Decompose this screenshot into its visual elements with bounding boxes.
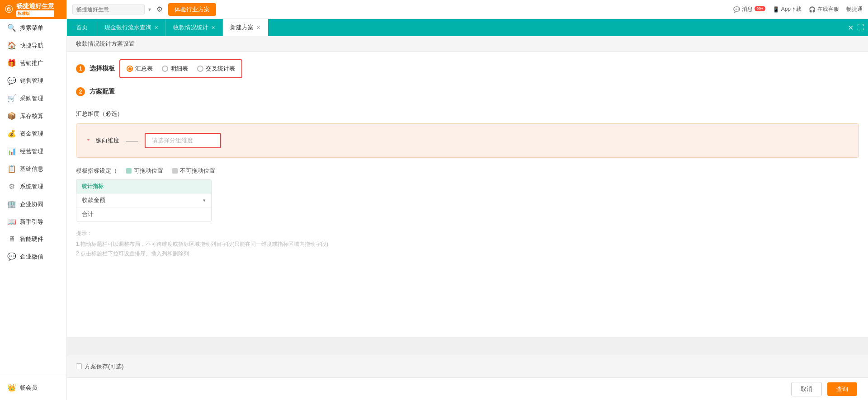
settings-icon[interactable]: ⚙ (156, 5, 163, 14)
drag-dot-inactive (172, 168, 178, 174)
draggable-label: 可拖动位置 (134, 167, 163, 175)
save-option-wrapper[interactable]: 方案保存(可选) (76, 362, 124, 371)
sidebar-item-label: 销售管理 (20, 77, 43, 85)
step1-header: 1 选择模板 汇总表 明细表 (76, 59, 859, 78)
chart-icon: 📊 (7, 147, 16, 155)
sidebar-item-search[interactable]: 🔍 搜索菜单 (0, 19, 66, 37)
tab-new-plan[interactable]: 新建方案 ✕ (223, 19, 268, 36)
sidebar-item-label: 搜索菜单 (20, 24, 43, 32)
tab-new-plan-close[interactable]: ✕ (256, 25, 260, 31)
chevron-down-icon[interactable]: ▾ (148, 6, 151, 13)
gift-icon: 🎁 (7, 59, 16, 67)
amount-dropdown-icon[interactable]: ▾ (203, 198, 206, 203)
tab-expand-icon[interactable]: ⛶ (857, 24, 864, 32)
sidebar-item-sales[interactable]: 💬 销售管理 (0, 72, 66, 89)
sidebar-item-label: 基础信息 (20, 165, 43, 173)
main-content: ▾ ⚙ 体验行业方案 💬 消息 99+ 📱 App下载 🎧 在线客服 畅捷通 (67, 0, 868, 400)
page-content: 1 选择模板 汇总表 明细表 (67, 52, 868, 355)
non-draggable-indicator: 不可拖动位置 (172, 167, 215, 175)
sidebar-logo-text: 畅捷通好生意 (16, 2, 54, 10)
tab-collection-label: 收款情况统计 (173, 24, 208, 32)
tab-collection[interactable]: 收款情况统计 ✕ (166, 19, 223, 36)
page-body: 1 选择模板 汇总表 明细表 (67, 52, 868, 337)
sidebar-item-system[interactable]: ⚙ 系统管理 (0, 178, 66, 195)
sidebar-item-basic[interactable]: 📋 基础信息 (0, 160, 66, 178)
sidebar-bottom: 👑 畅会员 (0, 375, 66, 400)
tip-item-1: 1.拖动标题栏可以调整布局，不可跨维度或指标区域拖动列目字段(只能在同一维度或指… (76, 240, 859, 249)
tab-cashflow-label: 现金银行流水查询 (104, 24, 151, 32)
sidebar-item-finance[interactable]: 💰 资金管理 (0, 125, 66, 142)
sidebar-item-label: 新手引导 (20, 218, 43, 226)
sidebar-item-guide[interactable]: 📖 新手引导 (0, 213, 66, 231)
user-name-item[interactable]: 畅捷通 (846, 5, 863, 13)
radio-summary[interactable]: 汇总表 (127, 65, 153, 73)
sidebar-item-purchase[interactable]: 🛒 采购管理 (0, 89, 66, 107)
notifications-label: 消息 (742, 5, 753, 13)
metrics-setting-label: 模板指标设定（ (76, 167, 117, 175)
step1-title: 选择模板 (90, 65, 115, 73)
query-button[interactable]: 查询 (827, 382, 857, 396)
online-service-label: 在线客服 (817, 5, 839, 13)
online-service-item[interactable]: 🎧 在线客服 (809, 5, 839, 13)
sidebar-item-label: 企业微信 (20, 253, 43, 261)
sidebar-item-quick-nav[interactable]: 🏠 快捷导航 (0, 37, 66, 54)
radio-detail[interactable]: 明细表 (162, 65, 188, 73)
sidebar-item-enterprise[interactable]: 🏢 企业协同 (0, 195, 66, 213)
cancel-button[interactable]: 取消 (791, 382, 822, 396)
app-download-item[interactable]: 📱 App下载 (773, 5, 802, 13)
tip-title: 提示： (76, 229, 859, 239)
tip-item-2: 2.点击标题栏下拉可设置排序、插入列和删除列 (76, 249, 859, 259)
tab-close-all-icon[interactable]: ✕ (848, 24, 854, 32)
sidebar-item-wechat[interactable]: 💬 企业微信 (0, 248, 66, 265)
radio-detail-circle (162, 66, 168, 72)
save-option-checkbox[interactable] (76, 363, 82, 369)
required-mark: * (87, 137, 90, 144)
metrics-row-total: 合计 (76, 207, 211, 221)
breadcrumb-input[interactable] (72, 5, 145, 14)
sidebar-item-label: 企业协同 (20, 200, 43, 208)
sidebar-item-marketing[interactable]: 🎁 营销推广 (0, 54, 66, 72)
sidebar-item-label: 营销推广 (20, 59, 43, 67)
dimension-placeholder: 请选择分组维度 (152, 137, 193, 144)
trial-button[interactable]: 体验行业方案 (168, 3, 216, 16)
sidebar-item-operations[interactable]: 📊 经营管理 (0, 142, 66, 160)
metrics-amount-label: 收款金额 (82, 196, 105, 204)
radio-cross-label: 交叉统计表 (206, 65, 235, 73)
step2-badge: 2 (76, 87, 85, 96)
box-icon: 📦 (7, 112, 16, 120)
metrics-total-label: 合计 (82, 210, 94, 218)
tab-cashflow-close[interactable]: ✕ (154, 25, 158, 31)
tab-new-plan-label: 新建方案 (230, 24, 254, 32)
sidebar-logo: ⑥ 畅捷通好生意 标准版 (0, 0, 66, 19)
notifications-item[interactable]: 💬 消息 99+ (733, 5, 765, 13)
wechat-icon: 💬 (7, 252, 16, 261)
radio-summary-circle (127, 66, 133, 72)
sidebar-item-inventory[interactable]: 📦 库存核算 (0, 107, 66, 125)
radio-cross-circle (197, 66, 203, 72)
metrics-table-header: 统计指标 (76, 180, 211, 193)
metrics-setting-header: 模板指标设定（ 可拖动位置 不可拖动位置 (76, 167, 859, 175)
tab-home[interactable]: 首页 (67, 19, 97, 36)
sidebar-item-member[interactable]: 👑 畅会员 (0, 379, 66, 396)
monitor-icon: 🖥 (7, 235, 16, 243)
metrics-row-amount[interactable]: 收款金额 ▾ (76, 193, 211, 207)
sidebar: ⑥ 畅捷通好生意 标准版 🔍 搜索菜单 🏠 快捷导航 🎁 营销推广 💬 销售管理… (0, 0, 67, 400)
user-label: 畅捷通 (846, 5, 863, 13)
cart-icon: 🛒 (7, 94, 16, 103)
sidebar-item-hardware[interactable]: 🖥 智能硬件 (0, 231, 66, 248)
radio-summary-label: 汇总表 (135, 65, 153, 73)
save-option-label: 方案保存(可选) (85, 362, 124, 371)
tab-bar: 首页 现金银行流水查询 ✕ 收款情况统计 ✕ 新建方案 ✕ ✕ ⛶ (67, 19, 868, 36)
tab-cashflow[interactable]: 现金银行流水查询 ✕ (97, 19, 166, 36)
top-header: ▾ ⚙ 体验行业方案 💬 消息 99+ 📱 App下载 🎧 在线客服 畅捷通 (67, 0, 868, 19)
sidebar-item-label: 经营管理 (20, 147, 43, 155)
tab-collection-close[interactable]: ✕ (211, 25, 215, 31)
money-icon: 💰 (7, 129, 16, 138)
radio-cross[interactable]: 交叉统计表 (197, 65, 235, 73)
metrics-section: 模板指标设定（ 可拖动位置 不可拖动位置 (76, 167, 859, 221)
service-icon: 🎧 (809, 6, 816, 13)
config-area: 汇总维度（必选） * 纵向维度 —— 请选择分组维度 (76, 103, 859, 266)
step2-section: 2 方案配置 汇总维度（必选） * 纵向维度 —— 请选 (76, 87, 859, 266)
dimension-selector[interactable]: 请选择分组维度 (145, 133, 221, 148)
step2-title: 方案配置 (90, 88, 115, 96)
